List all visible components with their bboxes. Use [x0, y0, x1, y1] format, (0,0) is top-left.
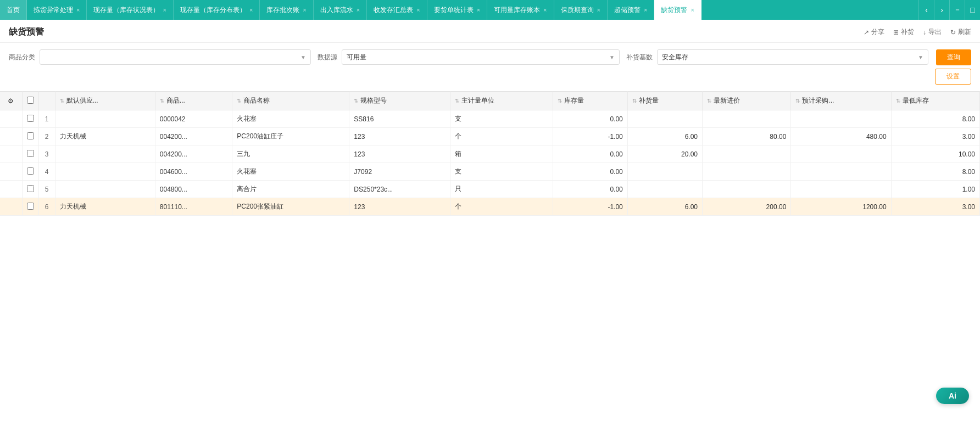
row-checkbox-2[interactable]	[22, 145, 38, 163]
category-select[interactable]: ▼	[40, 49, 311, 65]
nav-tab-exception[interactable]: 拣货异常处理 ×	[27, 0, 87, 20]
col-unit[interactable]: ⇅ 主计量单位	[450, 92, 553, 110]
nav-tab-exception-close[interactable]: ×	[76, 7, 80, 13]
nav-tab-inv-dist-close[interactable]: ×	[249, 7, 253, 13]
row-checkbox-1[interactable]	[22, 128, 38, 145]
row-replenish-2: 20.00	[627, 145, 702, 163]
row-stock-0: 0.00	[553, 110, 627, 128]
nav-tab-avail-close[interactable]: ×	[543, 7, 547, 13]
sort-icon-replenish: ⇅	[632, 98, 637, 104]
sort-icon-unit: ⇅	[455, 98, 459, 104]
main-content: 缺货预警 ↗ 分享 ⊞ 补货 ↓ 导出 ↻ 刷新 商品分类	[0, 20, 980, 437]
row-select-4[interactable]	[27, 185, 34, 192]
nav-tab-shortage[interactable]: 缺货预警 ×	[654, 0, 701, 20]
row-unit-2: 箱	[450, 145, 553, 163]
nav-tab-expiry-close[interactable]: ×	[597, 7, 600, 13]
row-checkbox-3[interactable]	[22, 163, 38, 181]
nav-maximize-btn[interactable]: □	[965, 0, 980, 20]
datasource-value: 可用量	[347, 53, 366, 62]
sort-icon-stock: ⇅	[558, 98, 562, 104]
col-checkbox[interactable]	[22, 92, 38, 110]
category-arrow-icon: ▼	[300, 54, 306, 60]
replenish-icon: ⊞	[893, 29, 899, 36]
row-select-0[interactable]	[27, 115, 34, 122]
col-replenish[interactable]: ⇅ 补货量	[627, 92, 702, 110]
settings-button[interactable]: 设置	[935, 69, 971, 85]
nav-tab-receive-label: 收发存汇总表	[374, 5, 413, 15]
nav-tab-order[interactable]: 要货单统计表 ×	[427, 0, 487, 20]
col-est-purchase[interactable]: ⇅ 预计采购...	[791, 92, 891, 110]
row-select-5[interactable]	[27, 203, 34, 210]
nav-controls: ‹ › － □	[918, 0, 980, 20]
col-est-purchase-label: 预计采购...	[802, 96, 834, 105]
row-select-1[interactable]	[27, 132, 34, 139]
nav-tab-home-label: 首页	[7, 5, 20, 15]
nav-tab-shortage-close[interactable]: ×	[691, 7, 694, 13]
table-body: 1 0000042 火花塞 SS816 支 0.00 8.00 2 力天机械 0…	[0, 110, 980, 216]
nav-tab-batch[interactable]: 库存批次账 ×	[260, 0, 313, 20]
col-supplier[interactable]: ⇅ 默认供应...	[55, 92, 155, 110]
nav-tab-receive[interactable]: 收发存汇总表 ×	[367, 0, 427, 20]
row-gear-2	[0, 145, 22, 163]
row-checkbox-0[interactable]	[22, 110, 38, 128]
nav-next-btn[interactable]: ›	[934, 0, 949, 20]
base-select[interactable]: 安全库存 ▼	[657, 49, 928, 65]
col-gear[interactable]: ⚙	[0, 92, 22, 110]
nav-tab-inv-status-close[interactable]: ×	[163, 7, 166, 13]
table-row: 1 0000042 火花塞 SS816 支 0.00 8.00	[0, 110, 980, 128]
replenish-button[interactable]: ⊞ 补货	[893, 27, 914, 37]
nav-tab-receive-close[interactable]: ×	[416, 7, 420, 13]
row-num-1: 2	[38, 128, 55, 145]
col-stock[interactable]: ⇅ 库存量	[553, 92, 627, 110]
nav-tab-inv-dist[interactable]: 现存量（库存分布表） ×	[174, 0, 260, 20]
nav-tab-overstock-close[interactable]: ×	[644, 7, 647, 13]
col-replenish-label: 补货量	[639, 96, 659, 105]
query-button[interactable]: 查询	[936, 49, 971, 65]
row-checkbox-5[interactable]	[22, 198, 38, 216]
nav-prev-btn[interactable]: ‹	[918, 0, 934, 20]
col-min-stock[interactable]: ⇅ 最低库存	[891, 92, 979, 110]
row-price-3	[702, 163, 790, 181]
row-num-4: 5	[38, 181, 55, 198]
nav-tab-inout-close[interactable]: ×	[357, 7, 360, 13]
data-table: ⚙ ⇅ 默认供应... ⇅ 商	[0, 91, 980, 216]
sort-icon-code: ⇅	[160, 98, 164, 104]
nav-tab-avail-label: 可用量库存账本	[494, 5, 540, 15]
nav-tab-home[interactable]: 首页	[0, 0, 27, 20]
row-select-2[interactable]	[27, 150, 34, 157]
col-product-code[interactable]: ⇅ 商品...	[155, 92, 232, 110]
col-latest-price[interactable]: ⇅ 最新进价	[702, 92, 790, 110]
datasource-select[interactable]: 可用量 ▼	[342, 49, 620, 65]
row-spec-2: 123	[349, 145, 450, 163]
nav-tab-overstock[interactable]: 超储预警 ×	[608, 0, 654, 20]
row-min-5: 3.00	[891, 198, 979, 216]
export-button[interactable]: ↓ 导出	[923, 27, 942, 37]
select-all-checkbox[interactable]	[27, 97, 34, 104]
nav-tab-order-close[interactable]: ×	[477, 7, 480, 13]
sort-icon-name: ⇅	[237, 98, 241, 104]
row-price-4	[702, 181, 790, 198]
share-button[interactable]: ↗ 分享	[864, 27, 884, 37]
nav-tab-avail[interactable]: 可用量库存账本 ×	[487, 0, 554, 20]
refresh-icon: ↻	[950, 29, 956, 36]
table-row: 3 004200... 三九 123 箱 0.00 20.00 10.00	[0, 145, 980, 163]
refresh-button[interactable]: ↻ 刷新	[950, 27, 971, 37]
col-spec[interactable]: ⇅ 规格型号	[349, 92, 450, 110]
gear-icon: ⚙	[8, 97, 14, 105]
col-product-name[interactable]: ⇅ 商品名称	[232, 92, 349, 110]
col-spec-label: 规格型号	[360, 96, 387, 105]
table-row: 4 004600... 火花塞 J7092 支 0.00 8.00	[0, 163, 980, 181]
nav-tab-inv-status[interactable]: 现存量（库存状况表） ×	[87, 0, 173, 20]
table-row: 6 力天机械 801110... PC200张紧油缸 123 个 -1.00 6…	[0, 198, 980, 216]
ai-assistant-button[interactable]: Ai	[936, 388, 969, 404]
row-checkbox-4[interactable]	[22, 181, 38, 198]
row-min-3: 8.00	[891, 163, 979, 181]
nav-minimize-btn[interactable]: －	[949, 0, 965, 20]
nav-tab-expiry[interactable]: 保质期查询 ×	[554, 0, 608, 20]
row-select-3[interactable]	[27, 167, 34, 175]
datasource-label: 数据源	[318, 53, 337, 62]
base-value: 安全库存	[662, 53, 688, 62]
nav-tab-inout[interactable]: 出入库流水 ×	[314, 0, 367, 20]
nav-tab-batch-close[interactable]: ×	[303, 7, 306, 13]
col-supplier-label: 默认供应...	[66, 96, 98, 105]
